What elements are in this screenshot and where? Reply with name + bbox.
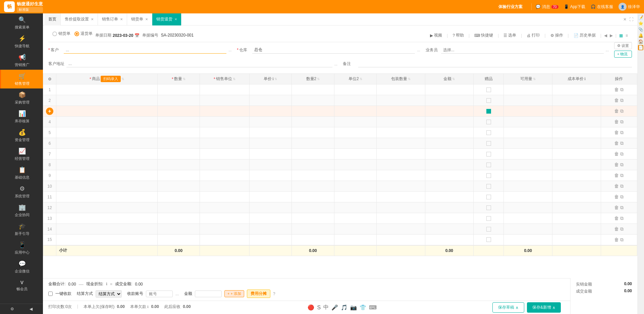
calc-method-select[interactable]: 结算方式 xyxy=(96,290,122,298)
avail-cell[interactable] xyxy=(504,213,552,224)
price-cell[interactable] xyxy=(249,160,291,170)
qty2-cell[interactable] xyxy=(292,160,334,170)
copy-icon[interactable]: ⧉ xyxy=(620,119,624,125)
cost-cell[interactable] xyxy=(552,127,601,138)
unit2-cell[interactable] xyxy=(334,84,376,95)
product-cell[interactable] xyxy=(56,149,158,160)
cost-cell[interactable] xyxy=(552,213,601,224)
cost-cell[interactable] xyxy=(552,117,601,127)
qty2-cell[interactable] xyxy=(292,138,334,149)
bottom-icon-2[interactable]: S xyxy=(317,305,321,311)
delete-icon[interactable]: 🗑 xyxy=(614,226,619,232)
price-cell[interactable] xyxy=(249,213,291,224)
bottom-icon-6[interactable]: 📷 xyxy=(350,304,357,311)
sidebar-item-shortcut[interactable]: ⚡ 快捷导航 xyxy=(0,32,43,51)
right-icon-5[interactable]: 🏠 xyxy=(638,39,643,44)
pkg-cell[interactable] xyxy=(377,84,425,95)
sidebar-item-inventory[interactable]: 📊 库存核算 xyxy=(0,107,43,126)
gift-cell[interactable] xyxy=(474,84,504,95)
amount-cell[interactable] xyxy=(425,181,474,192)
sidebar-item-sales[interactable]: 🛒 销售管理 xyxy=(0,70,43,88)
right-icon-1[interactable]: 📝 xyxy=(638,15,643,20)
price-cell[interactable] xyxy=(249,202,291,213)
product-input[interactable] xyxy=(59,109,155,114)
gift-cell[interactable] xyxy=(474,138,504,149)
unit-cell[interactable] xyxy=(200,149,250,160)
cost-cell[interactable] xyxy=(552,84,601,95)
sidebar-item-enterprise[interactable]: 🏢 企业协同 xyxy=(0,201,43,220)
amount-cell[interactable] xyxy=(425,170,474,181)
pkg-cell[interactable] xyxy=(377,224,425,235)
user-btn[interactable]: 👤 徐泽华 xyxy=(619,3,640,11)
bottom-icon-8[interactable]: ⌨ xyxy=(369,304,377,311)
amount-cell[interactable] xyxy=(425,202,474,213)
qty-cell[interactable] xyxy=(157,224,200,235)
close-tab-sale-out[interactable]: ✕ xyxy=(145,17,148,21)
delete-icon[interactable]: 🗑 xyxy=(614,205,619,210)
unit2-cell[interactable] xyxy=(334,95,376,106)
pkg-cell[interactable] xyxy=(377,235,425,245)
gift-checkbox[interactable] xyxy=(486,227,491,232)
customer-select-btn[interactable]: ... xyxy=(228,48,231,52)
copy-icon[interactable]: ⧉ xyxy=(620,205,624,210)
th-settings[interactable]: ⚙ xyxy=(43,74,56,84)
unit2-cell[interactable] xyxy=(334,213,376,224)
avail-cell[interactable] xyxy=(504,117,552,127)
pkg-cell[interactable] xyxy=(377,95,425,106)
pkg-cell[interactable] xyxy=(377,181,425,192)
cost-cell[interactable] xyxy=(552,181,601,192)
grid-icon[interactable]: ▦ xyxy=(619,33,623,38)
discount-toggle[interactable]: — xyxy=(79,281,84,287)
delete-icon[interactable]: 🗑 xyxy=(614,98,619,103)
qty2-cell[interactable] xyxy=(292,117,334,127)
unit2-cell[interactable] xyxy=(334,127,376,138)
close-all-icon[interactable]: ✕ xyxy=(623,17,627,22)
unit-cell[interactable] xyxy=(200,224,250,235)
qty2-cell[interactable] xyxy=(292,235,334,245)
unit2-cell[interactable] xyxy=(334,202,376,213)
product-cell[interactable] xyxy=(56,84,158,95)
copy-icon[interactable]: ⧉ xyxy=(620,162,624,168)
gift-cell[interactable] xyxy=(474,160,504,170)
avail-cell[interactable] xyxy=(504,84,552,95)
copy-icon[interactable]: ⧉ xyxy=(620,226,624,232)
radio-return[interactable]: 退货单 xyxy=(74,31,93,37)
calendar-icon[interactable]: 📅 xyxy=(135,33,140,38)
gift-checkbox[interactable] xyxy=(486,195,491,199)
settings-btn[interactable]: ⚙ 设置 xyxy=(614,42,632,49)
cost-cell[interactable] xyxy=(552,192,601,202)
pkg-cell[interactable] xyxy=(377,202,425,213)
product-cell[interactable] xyxy=(56,202,158,213)
account-input[interactable] xyxy=(146,291,173,297)
gift-checkbox[interactable] xyxy=(486,87,491,92)
sidebar-item-guide[interactable]: 🎓 新手引导 xyxy=(0,220,43,239)
qty2-cell[interactable] xyxy=(292,192,334,202)
avail-cell[interactable] xyxy=(504,235,552,245)
staff-select-btn[interactable]: ... xyxy=(606,48,609,52)
product-cell[interactable] xyxy=(56,213,158,224)
delete-icon[interactable]: 🗑 xyxy=(614,108,619,114)
price-cell[interactable] xyxy=(249,149,291,160)
right-icon-3[interactable]: 📎 xyxy=(638,27,643,32)
gift-checkbox[interactable] xyxy=(486,141,491,146)
gift-cell[interactable] xyxy=(474,235,504,245)
unit2-cell[interactable] xyxy=(334,117,376,127)
unit-cell[interactable] xyxy=(200,181,250,192)
experience-btn[interactable]: 体验行业方案 xyxy=(494,3,527,11)
gift-cell[interactable] xyxy=(474,192,504,202)
logistics-btn[interactable]: + 物流 xyxy=(614,51,632,58)
amount-cell[interactable] xyxy=(425,149,474,160)
product-cell[interactable] xyxy=(56,117,158,127)
avail-cell[interactable] xyxy=(504,138,552,149)
warehouse-select-btn[interactable]: ... xyxy=(417,48,420,52)
copy-icon[interactable]: ⧉ xyxy=(620,215,624,221)
pkg-cell[interactable] xyxy=(377,117,425,127)
delete-icon[interactable]: 🗑 xyxy=(614,194,619,200)
tab-home[interactable]: 首页 xyxy=(44,13,61,25)
unit-cell[interactable] xyxy=(200,202,250,213)
amount-cell[interactable] xyxy=(425,213,474,224)
avail-cell[interactable] xyxy=(504,160,552,170)
bottom-icon-3[interactable]: 中 xyxy=(323,304,329,311)
sort-qty2-icon[interactable]: ⇅ xyxy=(317,77,320,81)
unit2-cell[interactable] xyxy=(334,181,376,192)
